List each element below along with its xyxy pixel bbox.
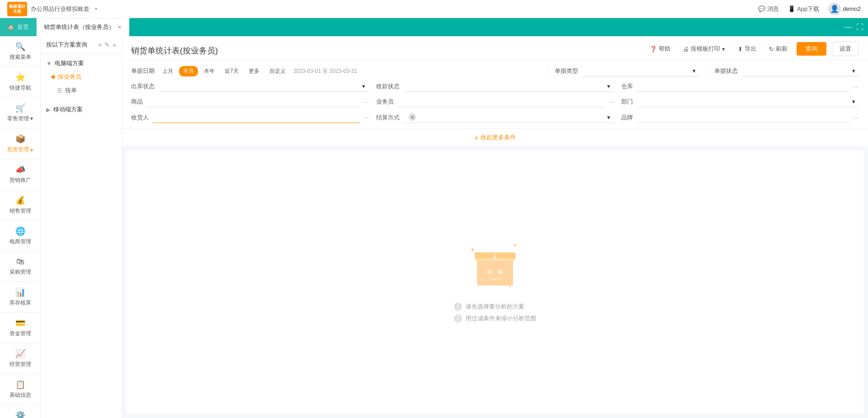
- sidebar-label-quick-nav: 快捷导航: [9, 84, 31, 92]
- doc-type-select[interactable]: ▾: [582, 66, 699, 76]
- brand-more-icon[interactable]: ···: [854, 114, 859, 121]
- empty-hints: 1 请先选择要分析的方案 2 用过滤条件来缩小分析范围: [454, 303, 536, 326]
- tab-maximize-icon[interactable]: ⛶: [856, 23, 863, 31]
- left-panel-title: 按以下方案查询: [46, 41, 87, 49]
- svg-marker-3: [495, 252, 515, 258]
- doc-status-select[interactable]: ▾: [741, 66, 859, 76]
- sidebar-item-retail[interactable]: 🛒 零售管理 ▾: [0, 98, 40, 128]
- department-label: 部门: [621, 98, 633, 106]
- date-btn-this-month[interactable]: 本月: [179, 66, 198, 76]
- goods-label: 商品: [131, 98, 143, 106]
- settings-btn[interactable]: 设置: [832, 42, 859, 56]
- scheme-sub-by-order[interactable]: ☰ 按单: [41, 84, 122, 97]
- consignee-input[interactable]: [152, 112, 360, 123]
- receive-status-arrow-icon: ▾: [607, 83, 610, 90]
- sidebar-label-sales: 销售管理: [9, 207, 31, 215]
- date-btn-custom[interactable]: 自定义: [265, 66, 290, 76]
- collapse-panel-btn[interactable]: «: [113, 41, 116, 48]
- message-btn[interactable]: 💬 消息: [758, 5, 779, 13]
- avatar: 👤: [828, 3, 841, 15]
- warehouse-input[interactable]: [637, 81, 850, 92]
- sidebar-item-basic[interactable]: 📋 基础信息: [0, 374, 40, 405]
- template-print-btn[interactable]: 🖨 按模板打印 ▾: [679, 43, 729, 55]
- filter-consignee: 收货人 ···: [131, 112, 369, 123]
- date-btn-last-month[interactable]: 上月: [158, 66, 177, 76]
- sidebar-label-ecommerce: 电商管理: [9, 238, 31, 246]
- filter-receive-status: 收款状态 ▾: [376, 81, 614, 92]
- filter-date: 单据日期 上月 本月 本年 近7天 更多 自定义 2023-03-01 至 20…: [131, 66, 540, 76]
- top-bar: 畅捷通好生意 办公用品行业模拟账套 ▾ 💬 消息 📱 App下载 👤 demo2: [0, 0, 868, 18]
- sales-icon: 💰: [15, 195, 25, 205]
- app-download-btn[interactable]: 📱 App下载: [788, 5, 819, 13]
- sidebar-label-retail: 零售管理 ▾: [7, 115, 33, 123]
- scheme-item-by-staff[interactable]: 按业务员: [41, 70, 122, 84]
- filter-row-1: 单据日期 上月 本月 本年 近7天 更多 自定义 2023-03-01 至 20…: [131, 66, 859, 76]
- main-layout: 🔍 搜索菜单 ⭐ 快捷导航 🛒 零售管理 ▾ 📦 批发管理 ▴ 📣 营销推广 💰…: [0, 36, 868, 418]
- ecommerce-icon: 🌐: [15, 226, 25, 236]
- department-select[interactable]: ▾: [637, 96, 859, 107]
- sidebar-item-sales[interactable]: 💰 销售管理: [0, 190, 40, 221]
- goods-more-icon[interactable]: ···: [363, 98, 369, 105]
- sidebar-item-system[interactable]: ⚙️ 系统管理: [0, 405, 40, 418]
- consignee-more-icon[interactable]: ···: [363, 114, 369, 121]
- sidebar-item-purchase[interactable]: 🛍 采购管理: [0, 252, 40, 282]
- collapse-icon: ∧: [474, 134, 479, 141]
- sidebar-item-operations[interactable]: 📈 经营管理: [0, 343, 40, 374]
- filter-row-2: 出库状态 ▾ 收款状态 ▾ 仓库: [131, 81, 859, 92]
- tab-sales-stat[interactable]: 销货单统计表（按业务员） ✕: [37, 18, 129, 36]
- svg-text:✦: ✦: [470, 247, 475, 253]
- refresh-label: 刷新: [776, 45, 788, 53]
- receive-status-select[interactable]: ▾: [403, 81, 614, 92]
- salesperson-more-icon[interactable]: ···: [609, 98, 614, 105]
- user-menu[interactable]: 👤 demo2: [828, 3, 861, 15]
- sidebar-item-marketing[interactable]: 📣 营销推广: [0, 159, 40, 190]
- help-label: 帮助: [659, 45, 670, 53]
- sidebar-item-inventory[interactable]: 📊 库存核算: [0, 282, 40, 313]
- tab-minimize-icon[interactable]: —: [844, 23, 852, 31]
- export-btn[interactable]: ⬆ 导出: [734, 43, 760, 55]
- date-btn-more[interactable]: 更多: [245, 66, 264, 76]
- tab-home-label: 首页: [17, 23, 29, 31]
- sidebar-item-quick-nav[interactable]: ⭐ 快捷导航: [0, 67, 40, 98]
- svg-marker-2: [475, 252, 495, 258]
- scheme-group-mobile[interactable]: ▶ 移动端方案: [41, 103, 122, 116]
- out-status-select[interactable]: ▾: [158, 81, 369, 92]
- app-dropdown-icon[interactable]: ▾: [95, 6, 97, 11]
- sidebar-item-wholesale[interactable]: 📦 批发管理 ▴: [0, 128, 40, 159]
- export-label: 导出: [745, 45, 756, 53]
- salesperson-input[interactable]: [397, 96, 605, 107]
- goods-input[interactable]: [146, 96, 360, 107]
- out-status-arrow-icon: ▾: [362, 83, 365, 90]
- refresh-btn[interactable]: ↻ 刷新: [765, 43, 791, 55]
- marketing-icon: 📣: [15, 165, 25, 175]
- hint-text-2: 用过滤条件来缩小分析范围: [466, 314, 536, 323]
- filter-salesperson: 业务员 ···: [376, 96, 614, 107]
- doc-status-arrow-icon: ▾: [852, 67, 855, 74]
- query-btn[interactable]: 查询: [797, 42, 826, 56]
- settlement-clear-btn[interactable]: ✕: [409, 114, 416, 121]
- edit-scheme-btn[interactable]: ✎: [104, 41, 110, 48]
- app-logo[interactable]: 畅捷通好生意: [7, 2, 27, 16]
- sidebar-item-ecommerce[interactable]: 🌐 电商管理: [0, 221, 40, 252]
- empty-box-svg: ✦ ✦ ✦: [468, 238, 522, 292]
- sidebar-item-search[interactable]: 🔍 搜索菜单: [0, 36, 40, 67]
- salesperson-label: 业务员: [376, 98, 394, 106]
- scheme-group-desktop[interactable]: ▼ 电脑端方案: [41, 57, 122, 70]
- doc-type-label: 单据类型: [555, 67, 578, 75]
- sidebar-item-finance[interactable]: 💳 资金管理: [0, 313, 40, 343]
- date-btn-this-year[interactable]: 本年: [200, 66, 219, 76]
- add-scheme-btn[interactable]: +: [98, 41, 102, 48]
- collapse-conditions-btn[interactable]: ∧ 收起更多条件: [469, 132, 521, 143]
- sidebar-label-finance: 资金管理: [9, 330, 31, 337]
- inventory-icon: 📊: [15, 287, 25, 297]
- collapse-row: ∧ 收起更多条件: [122, 128, 868, 146]
- tab-close-icon[interactable]: ✕: [117, 24, 122, 30]
- help-btn[interactable]: ❓ 帮助: [646, 43, 674, 55]
- tab-home[interactable]: 🏠 首页: [0, 18, 37, 36]
- date-btn-last-7[interactable]: 近7天: [221, 66, 243, 76]
- brand-input[interactable]: [637, 112, 850, 123]
- message-label: 消息: [767, 5, 779, 13]
- settlement-select[interactable]: ✕ ▾: [403, 112, 614, 123]
- warehouse-more-icon[interactable]: ···: [854, 83, 859, 90]
- scheme-dot-icon: [52, 75, 55, 79]
